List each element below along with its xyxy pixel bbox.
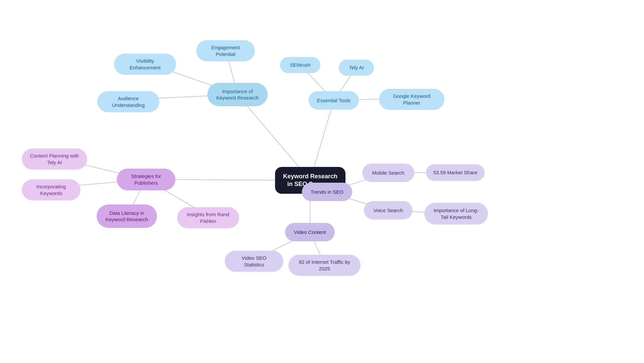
node-trends[interactable]: Trends in SEO: [302, 183, 352, 201]
node-visibility[interactable]: Visibility Enhancement: [114, 54, 176, 75]
node-content-planning[interactable]: Content Planning with Tely AI: [22, 148, 87, 170]
node-video-seo[interactable]: Video SEO Statistics: [225, 251, 283, 272]
node-google-kp[interactable]: Google Keyword Planner: [379, 89, 444, 110]
node-incorporating[interactable]: Incorporating Keywords: [22, 179, 80, 200]
node-audience[interactable]: Audience Understanding: [97, 91, 159, 112]
node-insights[interactable]: Insights from Rand Fishkin: [177, 207, 239, 228]
node-importance[interactable]: Importance of Keyword Research: [207, 83, 268, 106]
node-semrush[interactable]: SEMrush: [280, 57, 320, 73]
node-essential-tools[interactable]: Essential Tools: [309, 91, 359, 110]
node-mobile-search[interactable]: Mobile Search: [362, 164, 414, 182]
node-data-literacy[interactable]: Data Literacy in Keyword Research: [97, 204, 157, 228]
node-market-share[interactable]: 53.59 Market Share: [426, 164, 485, 181]
node-long-tail[interactable]: Importance of Long-Tail Keywords: [424, 203, 488, 225]
node-tely-ai[interactable]: Tely AI: [339, 60, 374, 76]
node-video-content[interactable]: Video Content: [285, 223, 335, 241]
node-strategies[interactable]: Strategies for Publishers: [117, 169, 175, 190]
node-internet-traffic[interactable]: 82 of Internet Traffic by 2025: [288, 255, 361, 276]
mind-map: Keyword Research in SEO SuccessImportanc…: [0, 0, 644, 363]
node-voice-search[interactable]: Voice Search: [364, 201, 413, 220]
node-engagement[interactable]: Engagement Potential: [196, 40, 255, 61]
